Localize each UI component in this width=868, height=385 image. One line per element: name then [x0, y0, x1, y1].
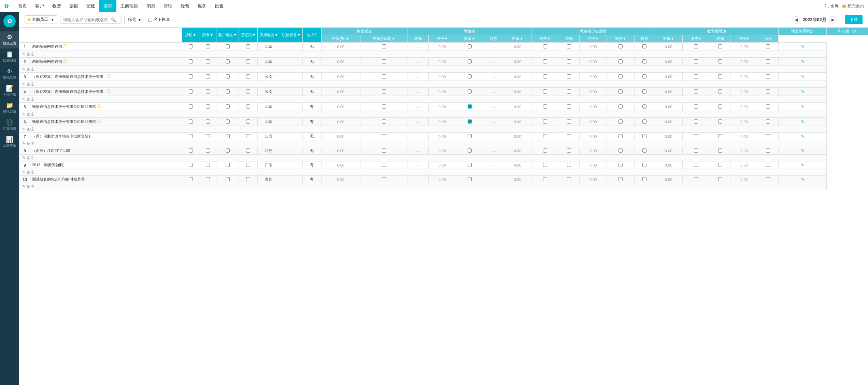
search-box[interactable]: 🔍 — [60, 16, 122, 24]
edit-icon[interactable]: ✎ — [801, 177, 805, 182]
row-local-edu-declare[interactable] — [682, 176, 710, 183]
row-checkbox-3[interactable] — [239, 176, 258, 183]
row-fin-year[interactable] — [360, 133, 408, 140]
row-checkbox-2[interactable] — [216, 147, 239, 155]
row-fin-year[interactable] — [360, 118, 408, 126]
col-header-device[interactable]: 税控设备▼ — [280, 28, 302, 43]
row-checkbox-0[interactable] — [182, 176, 199, 183]
row-edu-declare[interactable] — [607, 133, 634, 140]
nav-manage[interactable]: 管理 — [159, 0, 176, 12]
row-checkbox-3[interactable] — [239, 88, 258, 96]
row-city-declare[interactable] — [531, 176, 559, 183]
row-checkbox-2[interactable] — [216, 161, 239, 169]
row-checkbox-3[interactable] — [239, 103, 258, 111]
col-local-edu-pay[interactable]: 缴费▼ — [682, 35, 710, 43]
row-local-edu-pay[interactable] — [710, 176, 730, 183]
row-checkbox-0[interactable] — [182, 88, 199, 96]
row-edu-pay[interactable] — [634, 147, 655, 155]
row-edu-declare[interactable] — [607, 161, 634, 169]
row-checkbox-2[interactable] — [216, 118, 239, 126]
row-edu-pay[interactable] — [634, 88, 655, 96]
row-local-edu-pay[interactable] — [710, 118, 730, 126]
col-local-edu-declare[interactable]: 申报▼ — [655, 35, 682, 43]
row-stamp-declare[interactable] — [758, 73, 778, 81]
row-fin-year[interactable] — [360, 43, 408, 51]
row-city-declare[interactable] — [531, 147, 559, 155]
nav-operation[interactable]: 经营 — [176, 0, 194, 12]
row-fin-year[interactable] — [360, 161, 408, 169]
nav-home[interactable]: 首页 — [14, 0, 31, 12]
col-header-name[interactable]: 客户名称 — [30, 28, 182, 43]
row-edu-declare[interactable] — [607, 103, 634, 111]
edit-icon[interactable]: ✎ — [801, 74, 805, 79]
col-stamp-declare[interactable]: 申报▼ — [730, 35, 758, 43]
row-edu-pay[interactable] — [634, 176, 655, 183]
row-checkbox-2[interactable] — [216, 176, 239, 183]
row-local-edu-pay[interactable] — [710, 161, 730, 169]
row-checkbox-0[interactable] — [182, 103, 199, 111]
row-checkbox-3[interactable] — [239, 133, 258, 140]
row-local-edu-declare[interactable] — [682, 161, 710, 169]
row-stamp-declare[interactable] — [758, 133, 778, 140]
row-checkbox-1[interactable] — [199, 58, 216, 66]
row-vat-declare[interactable] — [456, 58, 483, 66]
row-fin-year[interactable] — [360, 88, 408, 96]
row-vat-declare[interactable] — [456, 103, 483, 111]
row-city-declare[interactable] — [531, 43, 559, 51]
row-edu-declare[interactable] — [607, 73, 634, 81]
account-set-checkbox[interactable] — [148, 18, 152, 22]
row-action[interactable]: ✎ — [779, 147, 827, 155]
col-header-region[interactable]: 所属地区▼ — [258, 28, 280, 43]
row-checkbox-2[interactable] — [216, 133, 239, 140]
sidebar-item-tax-record[interactable]: 📁 报税记录 — [0, 100, 19, 117]
nav-fee[interactable]: 收费 — [48, 0, 65, 12]
row-checkbox-2[interactable] — [216, 73, 239, 81]
edit-icon[interactable]: ✎ — [801, 89, 805, 94]
col-edu-pay[interactable]: 缴费▼ — [607, 35, 634, 43]
row-local-edu-declare[interactable] — [682, 133, 710, 140]
row-stamp-declare[interactable] — [758, 147, 778, 155]
row-edu-declare[interactable] — [607, 43, 634, 51]
next-month-button[interactable]: ▶ — [829, 16, 837, 24]
row-stamp-declare[interactable] — [758, 176, 778, 183]
nav-invoice[interactable]: 票据 — [65, 0, 82, 12]
row-vat-declare[interactable] — [456, 88, 483, 96]
search-input[interactable] — [63, 17, 111, 22]
row-edu-declare[interactable] — [607, 58, 634, 66]
row-stamp-declare[interactable] — [758, 88, 778, 96]
row-checkbox-1[interactable] — [199, 73, 216, 81]
row-city-pay[interactable] — [559, 161, 579, 169]
row-stamp-declare[interactable] — [758, 161, 778, 169]
col-header-qingka[interactable]: 清卡▼ — [199, 28, 216, 43]
row-vat-declare[interactable] — [456, 133, 483, 140]
row-city-pay[interactable] — [559, 103, 579, 111]
row-checkbox-1[interactable] — [199, 118, 216, 126]
row-checkbox-3[interactable] — [239, 118, 258, 126]
nav-tax[interactable]: 报税 — [99, 0, 116, 12]
edit-icon[interactable]: ✎ — [801, 148, 805, 153]
row-city-declare[interactable] — [531, 88, 559, 96]
row-city-declare[interactable] — [531, 161, 559, 169]
row-checkbox-2[interactable] — [216, 103, 239, 111]
nav-settings[interactable]: 设置 — [211, 0, 228, 12]
sidebar-item-personal-tax[interactable]: 📝 个税申报 — [0, 83, 19, 100]
row-checkbox-2[interactable] — [216, 88, 239, 96]
col-header-confirm[interactable]: 客户确认▼ — [216, 28, 239, 43]
row-city-pay[interactable] — [559, 58, 579, 66]
col-sub-fin-month[interactable]: 申报(月/季)▼ — [360, 35, 408, 43]
row-checkbox-0[interactable] — [182, 133, 199, 140]
row-local-edu-declare[interactable] — [682, 118, 710, 126]
row-checkbox-1[interactable] — [199, 43, 216, 51]
row-edu-pay[interactable] — [634, 103, 655, 111]
row-edu-pay[interactable] — [634, 73, 655, 81]
col-city-declare[interactable]: 申报▼ — [504, 35, 531, 43]
row-local-edu-declare[interactable] — [682, 147, 710, 155]
account-set-checkbox-label[interactable]: 名下帐套 — [148, 17, 170, 23]
row-local-edu-pay[interactable] — [710, 103, 730, 111]
row-action[interactable]: ✎ — [779, 161, 827, 169]
row-checkbox-0[interactable] — [182, 43, 199, 51]
col-header-chaosui[interactable]: 抄税▼ — [182, 28, 199, 43]
row-checkbox-0[interactable] — [182, 58, 199, 66]
row-checkbox-1[interactable] — [199, 133, 216, 140]
row-checkbox-3[interactable] — [239, 161, 258, 169]
